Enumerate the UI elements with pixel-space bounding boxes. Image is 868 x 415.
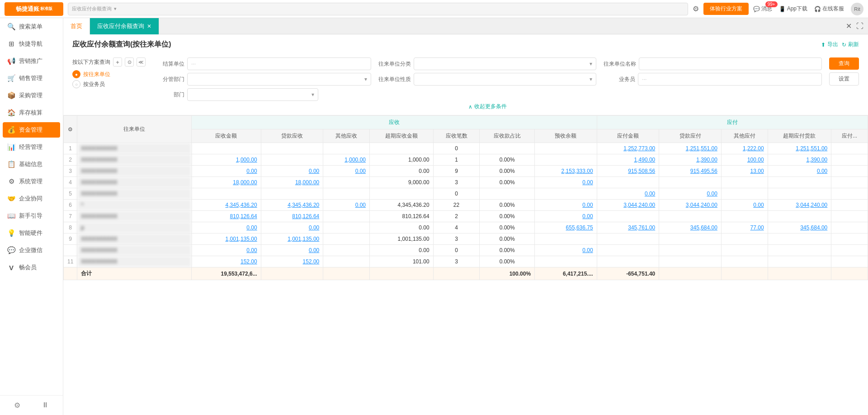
scheme-salesman-label: 按业务员 <box>83 81 105 88</box>
user-avatar[interactable]: Rit <box>851 3 863 15</box>
purchase-icon: 📦 <box>7 91 15 100</box>
summary-payable: -654,751.40 <box>597 267 659 280</box>
filter-more-icon[interactable]: ≪ <box>137 57 146 67</box>
search-icon: 🔍 <box>7 23 15 31</box>
filter-settlement-unit: 结算单位 ··· <box>153 57 371 70</box>
sales-icon: 🛒 <box>7 74 15 82</box>
query-button[interactable]: 查询 <box>829 57 859 70</box>
system-icon: ⚙ <box>7 177 15 186</box>
sidebar-item-wechat[interactable]: 💬 企业微信 <box>0 242 63 259</box>
col-overdue-pay: 超期应付货款 <box>768 129 831 143</box>
sidebar-item-system[interactable]: ⚙ 系统管理 <box>0 173 63 190</box>
filter-add-icon[interactable]: + <box>113 57 122 67</box>
filter-partner-nature: 往来单位性质 ▾ <box>378 73 597 86</box>
chevron-up-icon: ∧ <box>468 104 472 110</box>
export-button[interactable]: ⬆ 导出 <box>821 41 838 48</box>
settlement-unit-input[interactable]: ··· <box>187 57 371 70</box>
sidebar-item-basic-info[interactable]: 📋 基础信息 <box>0 156 63 173</box>
col-prepay: 预收余额 <box>535 129 597 143</box>
tab-maximize-btn[interactable]: ⛶ <box>856 22 863 30</box>
receivable-group-header: 应收 <box>192 116 597 129</box>
sidebar-item-inventory[interactable]: 🏠 库存核算 <box>0 104 63 121</box>
partner-cell: p <box>77 222 192 234</box>
sidebar-item-guide[interactable]: 📖 新手引导 <box>0 207 63 224</box>
breadcrumb[interactable]: 应收应付余额查询 ▾ <box>68 3 688 15</box>
avatar: Rit <box>851 3 863 15</box>
sidebar-item-marketing[interactable]: 📢 营销推广 <box>0 52 63 70</box>
summary-row: 合计 19,553,472,6... 100.00% 6,417,215....… <box>64 267 868 280</box>
top-right-actions: 💬 消息 99+ 📱 App下载 🎧 在线客服 Rit <box>753 3 863 15</box>
scheme-partner-icon: ● <box>72 70 80 78</box>
summary-recv-ratio: 100.00% <box>480 267 535 280</box>
table-row: 1XXXXXXXXXX01,252,773.001,251,551.001,22… <box>64 143 868 154</box>
data-table: ⚙ 往来单位 应收 应付 应收金额 贷款应收 其他应收 超期应收金额 应收笔数 … <box>63 115 868 280</box>
sidebar-item-finance[interactable]: 💰 资金管理 <box>3 122 60 138</box>
table-row: 8p0.000.000.0040.00%655,636.75345,761.00… <box>64 222 868 234</box>
col-recv-ratio: 应收款占比 <box>480 129 535 143</box>
table-row: 11XXXXXXXXXX152.00152.00101.0030.00% <box>64 256 868 267</box>
filter-dept: 分管部门 ▾ <box>153 73 371 86</box>
sidebar-item-search[interactable]: 🔍 搜索菜单 <box>0 18 63 35</box>
inventory-icon: 🏠 <box>7 109 15 117</box>
table-row: 4XXXXXXXXXX18,000.0018,000.009,000.0030.… <box>64 177 868 188</box>
sidebar-item-nav[interactable]: ⊞ 快捷导航 <box>0 35 63 52</box>
col-settings-header[interactable]: ⚙ <box>64 116 77 143</box>
sidebar-item-purchase[interactable]: 📦 采购管理 <box>0 87 63 104</box>
sidebar-collapse-icon[interactable]: ⏸ <box>42 401 49 410</box>
dept-input[interactable]: ▾ <box>187 73 371 86</box>
filter-area: 按以下方案查询 + ⊙ ≪ ● 按往来单位 ○ 按业务员 <box>63 53 868 115</box>
sidebar-bottom: ⚙ ⏸ <box>0 395 63 415</box>
sidebar-item-sales[interactable]: 🛒 销售管理 <box>0 70 63 87</box>
sidebar-item-collaboration[interactable]: 🤝 企业协同 <box>0 190 63 207</box>
dropdown-arrow-nature-icon: ▾ <box>590 76 592 82</box>
message-btn[interactable]: 💬 消息 99+ <box>753 5 772 13</box>
scheme-salesman-icon: ○ <box>72 80 80 88</box>
table-row: 7XXXXXXXXXX810,126.64810,126.64810,126.6… <box>64 211 868 222</box>
sidebar-item-operations[interactable]: 📊 经营管理 <box>0 138 63 156</box>
online-service-btn[interactable]: 🎧 在线客服 <box>814 5 844 13</box>
refresh-button[interactable]: ↻ 刷新 <box>842 41 859 48</box>
settings-icon[interactable]: ⚙ <box>693 5 699 13</box>
salesman-input[interactable]: ··· <box>638 73 822 86</box>
page-title: 应收应付余额查询(按往来单位) <box>72 40 171 49</box>
app-download-btn[interactable]: 📱 App下载 <box>779 5 807 13</box>
guide-icon: 📖 <box>7 212 15 220</box>
page-header: 应收应付余额查询(按往来单位) ⬆ 导出 ↻ 刷新 <box>63 34 868 53</box>
table-row: 6^4,345,436.204,345,436.200.004,345,436.… <box>64 200 868 211</box>
filter-partner-name: 往来单位名称 <box>604 57 822 70</box>
filter-edit-icon[interactable]: ⊙ <box>125 57 134 67</box>
breadcrumb-dropdown-icon[interactable]: ▾ <box>114 6 117 12</box>
filter-partner-category: 往来单位分类 ▾ <box>378 57 597 70</box>
col-recv-count: 应收笔数 <box>433 129 480 143</box>
sidebar-item-hardware[interactable]: 💡 智能硬件 <box>0 224 63 242</box>
wechat-icon: 💬 <box>7 246 15 254</box>
sidebar-item-member[interactable]: V 畅会员 <box>0 259 63 276</box>
setting-button[interactable]: 设置 <box>829 72 859 86</box>
message-icon: 💬 <box>753 6 760 12</box>
scheme-salesman[interactable]: ○ 按业务员 <box>72 80 146 88</box>
collapse-filter-btn[interactable]: ∧ 收起更多条件 <box>468 103 507 110</box>
tab-ar-ap[interactable]: 应收应付余额查询 ✕ <box>90 18 159 34</box>
partner-cell: XXXXXXXXXX <box>77 188 192 200</box>
summary-loan-recv <box>261 267 323 280</box>
col-other-recv: 其他应收 <box>323 129 370 143</box>
department-input[interactable]: ▾ <box>187 88 318 101</box>
tab-close-icon[interactable]: ✕ <box>147 23 151 29</box>
solution-button[interactable]: 体验行业方案 <box>703 3 749 15</box>
scheme-partner[interactable]: ● 按往来单位 <box>72 70 146 78</box>
sidebar-settings-icon[interactable]: ⚙ <box>14 401 20 410</box>
tab-bar: 首页 应收应付余额查询 ✕ ✕ ⛶ <box>63 18 868 34</box>
service-icon: 🎧 <box>814 6 821 12</box>
export-icon: ⬆ <box>821 42 826 48</box>
summary-recv-count <box>433 267 480 280</box>
payable-group-header: 应付 <box>597 116 868 129</box>
top-bar: 畅捷通账 标准版 应收应付余额查询 ▾ ⚙ 体验行业方案 💬 消息 99+ 📱 … <box>0 0 868 18</box>
partner-name-input[interactable] <box>639 57 822 70</box>
partner-nature-input[interactable]: ▾ <box>414 73 597 86</box>
marketing-icon: 📢 <box>7 57 15 65</box>
tab-close-window-btn[interactable]: ✕ <box>846 22 852 30</box>
tab-home[interactable]: 首页 <box>63 18 90 34</box>
partner-category-input[interactable]: ▾ <box>414 57 597 70</box>
col-recv-amount: 应收金额 <box>192 129 261 143</box>
summary-label: 合计 <box>77 267 192 280</box>
